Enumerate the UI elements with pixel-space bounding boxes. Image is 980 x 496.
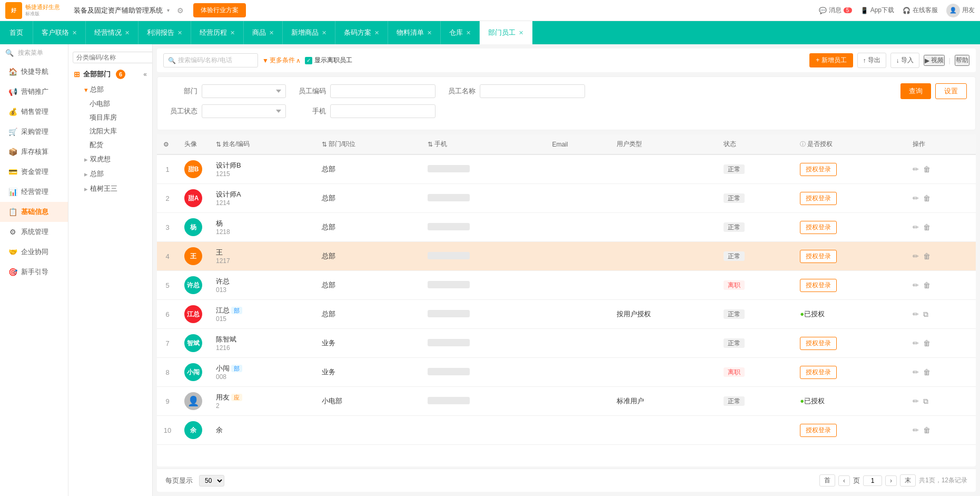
auth-button[interactable]: 授权登录 bbox=[800, 163, 837, 176]
sort-icon[interactable]: ⇅ bbox=[216, 141, 221, 148]
nav-item-barcode[interactable]: 条码方案✕ bbox=[335, 21, 388, 44]
empcode-input[interactable] bbox=[330, 84, 435, 98]
nav-item-goods[interactable]: 商品✕ bbox=[244, 21, 283, 44]
sidebar-item-guide[interactable]: 🎯 新手引导 bbox=[0, 262, 68, 282]
close-icon[interactable]: ✕ bbox=[322, 30, 326, 36]
edit-icon[interactable]: ✏ bbox=[913, 223, 919, 231]
video-button[interactable]: ▶ 视频 bbox=[924, 55, 945, 66]
edit-icon[interactable]: ✏ bbox=[913, 368, 919, 376]
tree-node-headquarters[interactable]: ▾ 总部 bbox=[74, 82, 152, 97]
sidebar-item-marketing[interactable]: 📢 营销推广 bbox=[0, 82, 68, 102]
nav-home[interactable]: 首页 bbox=[0, 21, 33, 44]
sidebar-item-collab[interactable]: 🤝 企业协同 bbox=[0, 242, 68, 262]
prev-page-button[interactable]: ‹ bbox=[838, 475, 850, 486]
edit-icon[interactable]: ✏ bbox=[913, 426, 919, 434]
delete-icon[interactable]: 🗑 bbox=[923, 281, 930, 289]
more-conditions-btn[interactable]: ▼ 更多条件 ∧ bbox=[262, 56, 301, 65]
close-icon[interactable]: ✕ bbox=[427, 30, 432, 36]
delete-icon[interactable]: 🗑 bbox=[923, 165, 930, 173]
tree-node-zongbu[interactable]: ▸ 总部 bbox=[74, 167, 152, 181]
close-icon[interactable]: ✕ bbox=[72, 30, 77, 36]
nav-item-profit[interactable]: 利润报告✕ bbox=[138, 21, 191, 44]
empstatus-select[interactable] bbox=[202, 104, 286, 118]
close-icon[interactable]: ✕ bbox=[177, 30, 182, 36]
nav-item-operation[interactable]: 经营情况✕ bbox=[86, 21, 138, 44]
delete-icon[interactable]: 🗑 bbox=[923, 368, 930, 376]
auth-button[interactable]: 授权登录 bbox=[800, 424, 837, 437]
edit-icon[interactable]: ✏ bbox=[913, 397, 919, 406]
sidebar-item-management[interactable]: 📊 经营管理 bbox=[0, 182, 68, 202]
nav-item-new-goods[interactable]: 新增商品✕ bbox=[283, 21, 335, 44]
trial-button[interactable]: 体验行业方案 bbox=[193, 3, 246, 17]
edit-icon[interactable]: ✏ bbox=[913, 252, 919, 260]
empname-input[interactable] bbox=[480, 84, 585, 98]
page-size-select[interactable]: 50 bbox=[199, 475, 224, 487]
tree-child-project[interactable]: 项目库房 bbox=[74, 111, 152, 124]
nav-item-bom[interactable]: 物料清单✕ bbox=[388, 21, 441, 44]
sort-icon[interactable]: ⇅ bbox=[322, 141, 327, 148]
copy-icon[interactable]: ⧉ bbox=[923, 310, 928, 319]
online-service-item[interactable]: 🎧 在线客服 bbox=[903, 6, 938, 15]
sidebar-search[interactable]: 🔍 搜索菜单 bbox=[0, 44, 68, 62]
delete-icon[interactable]: 🗑 bbox=[923, 426, 930, 434]
import-button[interactable]: ↓ 导入 bbox=[890, 53, 919, 68]
tree-node-shuanghu[interactable]: ▸ 双虎想 bbox=[74, 152, 152, 167]
edit-icon[interactable]: ✏ bbox=[913, 281, 919, 289]
auth-button[interactable]: 授权登录 bbox=[800, 221, 837, 234]
edit-icon[interactable]: ✏ bbox=[913, 194, 919, 202]
auth-button[interactable]: 授权登录 bbox=[800, 250, 837, 263]
copy-icon[interactable]: ⧉ bbox=[923, 397, 928, 406]
set-button[interactable]: 设置 bbox=[935, 83, 967, 99]
delete-icon[interactable]: 🗑 bbox=[923, 223, 930, 231]
tree-search-input[interactable] bbox=[73, 52, 153, 63]
auth-button[interactable]: 授权登录 bbox=[800, 279, 837, 292]
sidebar-item-system[interactable]: ⚙ 系统管理 bbox=[0, 222, 68, 242]
edit-icon[interactable]: ✏ bbox=[913, 310, 919, 319]
info-icon[interactable]: ⓘ bbox=[800, 140, 806, 148]
auth-button[interactable]: 授权登录 bbox=[800, 366, 837, 379]
nav-item-warehouse[interactable]: 仓库✕ bbox=[441, 21, 480, 44]
sort-icon[interactable]: ⇅ bbox=[428, 141, 433, 148]
last-page-button[interactable]: 末 bbox=[900, 474, 916, 487]
sidebar-item-inventory[interactable]: 📦 库存核算 bbox=[0, 142, 68, 162]
tree-child-xiaodibu[interactable]: 小电部 bbox=[74, 97, 152, 111]
user-item[interactable]: 👤 用友 bbox=[946, 4, 975, 17]
sidebar-item-basic[interactable]: 📋 基础信息 bbox=[0, 202, 68, 222]
sidebar-item-purchase[interactable]: 🛒 采购管理 bbox=[0, 122, 68, 142]
tree-child-delivery[interactable]: 配货 bbox=[74, 138, 152, 152]
gear-icon[interactable]: ⚙ bbox=[177, 6, 184, 15]
export-button[interactable]: ↑ 导出 bbox=[857, 53, 886, 68]
close-icon[interactable]: ✕ bbox=[374, 30, 379, 36]
close-icon[interactable]: ✕ bbox=[519, 30, 523, 36]
close-icon[interactable]: ✕ bbox=[125, 30, 130, 36]
add-employee-button[interactable]: + 新增员工 bbox=[809, 53, 853, 67]
dept-select[interactable] bbox=[202, 84, 286, 98]
sidebar-item-finance[interactable]: 💳 资金管理 bbox=[0, 162, 68, 182]
close-icon[interactable]: ✕ bbox=[230, 30, 235, 36]
help-button[interactable]: 帮助 bbox=[955, 55, 969, 66]
delete-icon[interactable]: 🗑 bbox=[923, 194, 930, 202]
close-icon[interactable]: ✕ bbox=[466, 30, 471, 36]
message-item[interactable]: 💬 消息 5 bbox=[819, 6, 852, 15]
query-button[interactable]: 查询 bbox=[900, 83, 931, 99]
show-former-employee-checkbox[interactable]: ✓ 显示离职员工 bbox=[305, 56, 352, 65]
sidebar-item-quicknav[interactable]: 🏠 快捷导航 bbox=[0, 62, 68, 82]
nav-item-customer[interactable]: 客户联络✕ bbox=[33, 21, 86, 44]
settings-icon[interactable]: ⚙ bbox=[163, 141, 169, 148]
first-page-button[interactable]: 首 bbox=[819, 474, 835, 487]
edit-icon[interactable]: ✏ bbox=[913, 165, 919, 173]
edit-icon[interactable]: ✏ bbox=[913, 339, 919, 347]
search-field[interactable]: 🔍 搜索编码/名称/电话 bbox=[163, 53, 258, 67]
delete-icon[interactable]: 🗑 bbox=[923, 339, 930, 347]
app-download-item[interactable]: 📱 App下载 bbox=[860, 6, 894, 15]
dropdown-arrow-icon[interactable]: ▾ bbox=[167, 7, 170, 13]
nav-item-history[interactable]: 经营历程✕ bbox=[191, 21, 244, 44]
sidebar-item-sales[interactable]: 💰 销售管理 bbox=[0, 102, 68, 122]
tree-node-zhishu[interactable]: ▸ 植树王三 bbox=[74, 181, 152, 196]
tree-child-shenyang[interactable]: 沈阳大库 bbox=[74, 124, 152, 138]
nav-item-employee[interactable]: 部门员工✕ bbox=[480, 21, 532, 44]
next-page-button[interactable]: › bbox=[885, 475, 897, 486]
close-icon[interactable]: ✕ bbox=[269, 30, 274, 36]
auth-button[interactable]: 授权登录 bbox=[800, 337, 837, 350]
collapse-btn[interactable]: « bbox=[143, 71, 147, 78]
